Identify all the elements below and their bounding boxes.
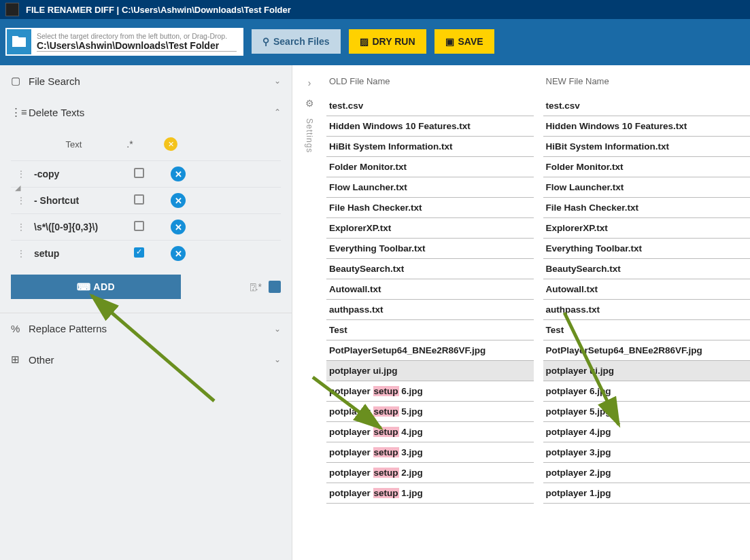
file-row-new[interactable]: HiBit System Information.txt — [543, 137, 751, 157]
file-row-old[interactable]: BeautySearch.txt — [326, 259, 534, 279]
file-row-old[interactable]: Folder Monitor.txt — [326, 157, 534, 177]
play-icon: ▨ — [360, 36, 369, 47]
rule-text[interactable]: - Shortcut — [31, 195, 120, 206]
rule-regex-checkbox[interactable] — [120, 221, 158, 233]
file-row-new[interactable]: potplayer 6.jpg — [543, 381, 751, 402]
file-row-old[interactable]: Test — [326, 320, 534, 340]
section-other[interactable]: ⊞ Other ⌄ — [0, 344, 292, 375]
dry-run-button[interactable]: ▨ DRY RUN — [349, 29, 426, 54]
chevron-down-icon: ⌄ — [274, 355, 281, 364]
file-row-new[interactable]: potplayer 3.jpg — [543, 442, 751, 463]
file-row-old[interactable]: File Hash Checker.txt — [326, 198, 534, 218]
file-row-old[interactable]: ExplorerXP.txt — [326, 218, 534, 239]
folder-icon — [11, 33, 27, 50]
section-delete-texts[interactable]: ⋮≡ Delete Texts ⌃ — [0, 97, 292, 128]
rule-delete-button[interactable]: ✕ — [158, 246, 199, 261]
file-row-new[interactable]: ExplorerXP.txt — [543, 218, 751, 239]
remove-all-icon[interactable]: ✕ — [164, 137, 177, 151]
section-file-search[interactable]: ▢ File Search ⌄ — [0, 65, 292, 97]
gear-icon[interactable]: ⚙ — [305, 98, 314, 109]
search-label: Search Files — [273, 36, 330, 47]
file-row-old[interactable]: authpass.txt — [326, 300, 534, 320]
directory-text[interactable]: Select the target directory from the lef… — [31, 29, 242, 54]
rule-regex-checkbox[interactable] — [120, 247, 158, 260]
drag-handle-icon[interactable]: ⋮ — [11, 248, 31, 259]
rule-columns-header: Text .* ✕ — [11, 130, 281, 160]
highlight-match: setup — [373, 406, 399, 417]
file-row-old[interactable]: Hidden Windows 10 Features.txt — [326, 116, 534, 137]
file-row-new[interactable]: Folder Monitor.txt — [543, 157, 751, 177]
file-row-old[interactable]: potplayer setup 5.jpg — [326, 402, 534, 422]
rule-row: ⋮\s*\([0-9]{0,3}\)✕ — [11, 213, 281, 240]
drag-handle-icon[interactable]: ⋮ — [11, 222, 31, 232]
chevron-down-icon: ⌄ — [274, 76, 281, 86]
save-button[interactable]: ▣ SAVE — [434, 29, 494, 54]
file-row-new[interactable]: Autowall.txt — [543, 279, 751, 300]
file-row-new[interactable]: potplayer 4.jpg — [543, 422, 751, 442]
chevron-up-icon: ⌃ — [274, 107, 281, 117]
file-row-new[interactable]: potplayer 2.jpg — [543, 463, 751, 483]
highlight-match: setup — [373, 488, 399, 498]
file-row-new[interactable]: authpass.txt — [543, 300, 751, 320]
file-row-new[interactable]: Everything Toolbar.txt — [543, 239, 751, 259]
filter-icon: ⋮≡ — [11, 106, 23, 118]
file-row-new[interactable]: potplayer 1.jpg — [543, 483, 751, 504]
close-icon: ✕ — [171, 220, 186, 234]
save-icon: ▣ — [445, 36, 454, 47]
rule-text[interactable]: \s*\([0-9]{0,3}\) — [31, 222, 120, 232]
section-label: Other — [29, 354, 54, 366]
app-title: FILE RENAMER DIFF | C:\Users\Ashwin\Down… — [26, 5, 291, 15]
old-column-header: OLD File Name — [326, 72, 534, 96]
file-row-old[interactable]: Autowall.txt — [326, 279, 534, 300]
file-row-new[interactable]: potplayer ui.jpg — [543, 361, 751, 381]
highlight-match: setup — [373, 468, 399, 478]
browse-folder-button[interactable] — [7, 29, 31, 54]
section-replace-patterns[interactable]: % Replace Patterns ⌄ — [0, 313, 292, 344]
directory-path: C:\Users\Ashwin\Downloads\Test Folder — [37, 40, 237, 52]
file-row-new[interactable]: Hidden Windows 10 Features.txt — [543, 116, 751, 137]
rule-delete-button[interactable]: ✕ — [158, 220, 199, 234]
rule-text[interactable]: -copy — [31, 169, 120, 179]
col-remove: ✕ — [150, 137, 191, 151]
file-diff-area: OLD File Name test.csvHidden Windows 10 … — [326, 65, 750, 560]
save-label: SAVE — [458, 36, 483, 47]
add-rule-button[interactable]: ⌨ ADD — [11, 275, 181, 299]
file-row-old[interactable]: potplayer setup 2.jpg — [326, 463, 534, 483]
file-row-old[interactable]: potplayer setup 1.jpg — [326, 483, 534, 504]
sidebar: ▢ File Search ⌄ ⋮≡ Delete Texts ⌃ Text .… — [0, 65, 292, 560]
drag-handle-icon[interactable]: ⋮ — [11, 195, 31, 206]
close-icon: ✕ — [171, 193, 186, 208]
col-text: Text — [38, 139, 109, 150]
highlight-match: setup — [373, 386, 399, 396]
drag-handle-icon[interactable]: ⋮ — [11, 169, 31, 179]
file-row-new[interactable]: PotPlayerSetup64_BNEe2R86VF.jpg — [543, 340, 751, 361]
help-icon[interactable]: ⍰.* — [250, 281, 262, 292]
rule-row: ⋮setup✕ — [11, 240, 281, 266]
file-row-new[interactable]: potplayer 5.jpg — [543, 402, 751, 422]
file-row-new[interactable]: test.csv — [543, 96, 751, 116]
expand-icon[interactable]: › — [308, 77, 311, 88]
search-files-button[interactable]: ⚲ Search Files — [252, 29, 341, 54]
file-row-old[interactable]: potplayer setup 3.jpg — [326, 442, 534, 463]
rule-regex-checkbox[interactable] — [120, 194, 158, 207]
rule-text[interactable]: setup — [31, 248, 120, 259]
rule-delete-button[interactable]: ✕ — [158, 167, 199, 181]
file-row-old[interactable]: potplayer setup 4.jpg — [326, 422, 534, 442]
file-row-new[interactable]: BeautySearch.txt — [543, 259, 751, 279]
file-row-old[interactable]: PotPlayerSetup64_BNEe2R86VF.jpg — [326, 340, 534, 361]
rule-regex-checkbox[interactable] — [120, 168, 158, 180]
rule-delete-button[interactable]: ✕ — [158, 193, 199, 208]
file-row-old[interactable]: potplayer ui.jpg — [326, 361, 534, 381]
file-row-old[interactable]: HiBit System Information.txt — [326, 137, 534, 157]
file-row-new[interactable]: Flow Launcher.txt — [543, 177, 751, 198]
directory-selector: Select the target directory from the lef… — [5, 28, 243, 56]
header-toolbar: Select the target directory from the lef… — [0, 19, 750, 65]
file-row-old[interactable]: potplayer setup 6.jpg — [326, 381, 534, 402]
file-row-old[interactable]: Flow Launcher.txt — [326, 177, 534, 198]
file-row-old[interactable]: test.csv — [326, 96, 534, 116]
collapse-triangle-icon[interactable]: ◢ — [15, 183, 20, 192]
file-row-old[interactable]: Everything Toolbar.txt — [326, 239, 534, 259]
file-row-new[interactable]: File Hash Checker.txt — [543, 198, 751, 218]
file-row-new[interactable]: Test — [543, 320, 751, 340]
card-icon[interactable] — [269, 281, 281, 293]
